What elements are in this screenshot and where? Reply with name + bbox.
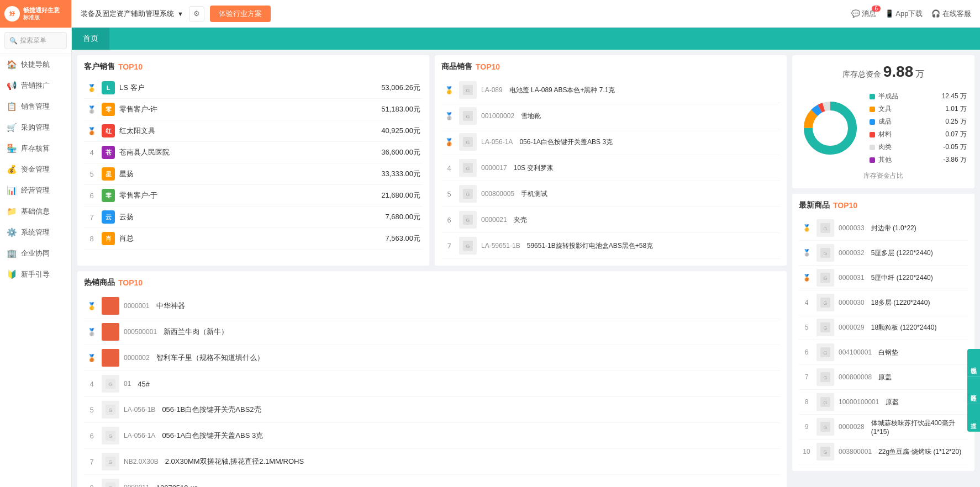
ranking-item[interactable]: 5 星 星扬 33,333.00元 — [84, 163, 423, 185]
float-btn-live[interactable]: 直播 — [967, 404, 980, 432]
hot-product-item[interactable]: 5 G LA-056-1B 056-1B白色按键开关壳ABS2壳 — [84, 397, 780, 423]
float-btn-service[interactable]: 客服热线 — [967, 349, 980, 377]
product-ranking-item[interactable]: 7 G LA-59651-1B 59651-1B旋转投影灯电池盒ABS黑色+58… — [441, 233, 780, 259]
avatar: 苍 — [102, 146, 115, 159]
ranking-item[interactable]: 🥉 红 红太阳文具 40,925.00元 — [84, 120, 423, 142]
basic-icon: 📁 — [7, 207, 17, 216]
marketing-icon: 📢 — [7, 81, 17, 91]
sidebar-item-shortcuts[interactable]: 🏠 快捷导航 — [0, 54, 71, 75]
product-code: LA-056-1A — [481, 138, 513, 146]
product-code: 000800005 — [481, 190, 514, 198]
product-name: 体城蒜枝味苏打饮品400毫升 (1*15) — [871, 419, 966, 436]
legend-color — [870, 119, 875, 125]
hot-products-title: 热销商品 TOP10 — [84, 278, 780, 288]
product-ranking-item[interactable]: 5 G 000800005 手机测试 — [441, 181, 780, 207]
svg-text:G: G — [823, 375, 827, 380]
rank-number: 7 — [444, 242, 455, 250]
ranking-item[interactable]: 7 云 云扬 7,680.00元 — [84, 207, 423, 228]
sidebar-item-sales[interactable]: 📋 销售管理 — [0, 96, 71, 117]
legend-value: 1.01 万 — [945, 104, 967, 114]
settings-button[interactable]: ⚙ — [189, 6, 204, 22]
purchase-icon: 🛒 — [7, 123, 17, 133]
product-code: 0000011 — [124, 484, 150, 487]
rank-number: 7 — [801, 373, 812, 381]
legend-color — [870, 145, 875, 150]
avatar: 肖 — [102, 232, 115, 245]
product-code: LA-056-1B — [124, 406, 155, 414]
product-ranking-item[interactable]: 4 G 0000017 10S 变利罗浆 — [441, 155, 780, 181]
svg-text:G: G — [466, 244, 470, 249]
product-image-placeholder: G — [102, 401, 119, 419]
ranking-item[interactable]: 4 苍 苍南县人民医院 36,600.00元 — [84, 142, 423, 163]
app-download-button[interactable]: 📱 App下载 — [885, 9, 923, 19]
product-ranking-item[interactable]: 🥉 G LA-056-1A 056-1A白色按键开关盖ABS 3克 — [441, 129, 780, 155]
newest-product-item[interactable]: 10 G 003800001 22g鱼豆腐-烧烤味 (1*12*20) — [799, 440, 968, 464]
rank-number: 8 — [801, 398, 812, 406]
search-menu-button[interactable]: 🔍 搜索菜单 — [4, 32, 67, 49]
sidebar-item-basic[interactable]: 📁 基础信息 — [0, 201, 71, 222]
sidebar-item-system[interactable]: ⚙️ 系统管理 — [0, 222, 71, 243]
product-name: 夹壳 — [514, 215, 527, 225]
newest-product-item[interactable]: 8 G 10000100001 原盔 — [799, 390, 968, 415]
newest-products-title: 最新商品 TOP10 — [799, 200, 968, 210]
legend-color — [870, 107, 875, 112]
hot-products-card: 热销商品 TOP10 🥇 0000001 中华神器 🥈 000500001 新西… — [77, 271, 787, 487]
logo-icon: 好 — [4, 6, 20, 22]
newest-product-item[interactable]: 4 G 0000030 18多层 (1220*2440) — [799, 290, 968, 315]
sidebar-search[interactable]: 🔍 搜索菜单 — [0, 28, 71, 54]
rank-number: 4 — [86, 149, 97, 157]
sidebar-item-operation[interactable]: 📊 经营管理 — [0, 180, 71, 201]
online-service-button[interactable]: 🎧 在线客服 — [931, 9, 971, 19]
product-code: LA-59651-1B — [481, 242, 520, 250]
customer-amount: 53,006.26元 — [381, 83, 420, 93]
newest-product-item[interactable]: 🥇 G 0000033 封边带 (1.0*22) — [799, 216, 968, 241]
ranking-item[interactable]: 6 零 零售客户-于 21,680.00元 — [84, 185, 423, 207]
hot-product-item[interactable]: 4 G 01 45# — [84, 371, 780, 397]
newest-product-item[interactable]: 🥉 G 0000031 5厘中纤 (1220*2440) — [799, 266, 968, 290]
newest-product-item[interactable]: 🥈 G 0000032 5厘多层 (1220*2440) — [799, 241, 968, 266]
legend-item: 成品 0.25 万 — [870, 117, 967, 126]
trial-button[interactable]: 体验行业方案 — [210, 6, 271, 22]
hot-product-item[interactable]: 7 G NB2.0X30B 2.0X30MM双搓花轴,搓花直径2.1MM/ROH… — [84, 449, 780, 475]
rank-number: 5 — [86, 170, 97, 178]
sidebar-item-marketing[interactable]: 📢 营销推广 — [0, 75, 71, 96]
newest-product-item[interactable]: 7 G 000800008 原盖 — [799, 365, 968, 390]
product-name: 056-1A白色按键开关盖ABS 3克 — [162, 431, 263, 441]
product-img-placeholder: G — [459, 211, 477, 229]
sidebar-item-finance[interactable]: 💰 资金管理 — [0, 159, 71, 180]
product-code: 0000017 — [481, 164, 507, 172]
product-code: 0000002 — [124, 354, 150, 362]
sidebar-item-corp[interactable]: 🏢 企业协同 — [0, 243, 71, 264]
ranking-item[interactable]: 🥇 L LS 客户 53,006.26元 — [84, 77, 423, 99]
legend-value: 12.45 万 — [942, 92, 967, 101]
product-ranking-item[interactable]: 🥇 G LA-089 电池盖 LA-089 ABS本色+黑种 7.1克 — [441, 77, 780, 103]
system-selector[interactable]: 装备及固定资产辅助管理系统 ▼ — [81, 9, 183, 19]
hot-product-item[interactable]: 8 G 0000011 12070519-xs — [84, 475, 780, 487]
message-button[interactable]: 💬 消息 6 — [851, 9, 877, 19]
hot-product-item[interactable]: 🥉 0000002 智利车子里（规格不知道填什么） — [84, 345, 780, 371]
sidebar-item-purchase[interactable]: 🛒 采购管理 — [0, 117, 71, 138]
inventory-icon: 🏪 — [7, 144, 17, 153]
inventory-card: 库存总资金 9.88 万 — [792, 55, 974, 188]
sidebar-item-inventory[interactable]: 🏪 库存核算 — [0, 138, 71, 159]
sidebar-item-guide[interactable]: 🔰 新手引导 — [0, 264, 71, 285]
rank-number: 6 — [801, 348, 812, 356]
ranking-item[interactable]: 8 肖 肖总 7,563.00元 — [84, 228, 423, 250]
product-img-placeholder: G — [459, 185, 477, 203]
sales-icon: 📋 — [7, 102, 17, 112]
product-code: 0000030 — [839, 299, 865, 306]
float-btn-community[interactable]: 服务社区 — [967, 377, 980, 404]
product-ranking-item[interactable]: 6 G 0000021 夹壳 — [441, 207, 780, 233]
product-ranking-item[interactable]: 🥈 G 001000002 雪地靴 — [441, 103, 780, 129]
hot-product-item[interactable]: 6 G LA-056-1A 056-1A白色按键开关盖ABS 3克 — [84, 423, 780, 449]
newest-product-item[interactable]: 5 G 0000029 18颗粒板 (1220*2440) — [799, 315, 968, 340]
ranking-item[interactable]: 🥈 零 零售客户-许 51,183.00元 — [84, 99, 423, 120]
hot-product-item[interactable]: 🥇 0000001 中华神器 — [84, 293, 780, 319]
newest-product-item[interactable]: 6 G 004100001 白钢垫 — [799, 340, 968, 365]
newest-product-item[interactable]: 9 G 0000028 体城蒜枝味苏打饮品400毫升 (1*15) — [799, 415, 968, 440]
logo: 好 畅捷通好生意 标准版 — [0, 0, 71, 28]
product-img: G — [816, 244, 834, 262]
svg-text:G: G — [466, 114, 470, 119]
hot-product-item[interactable]: 🥈 000500001 新西兰牛肉（新牛） — [84, 319, 780, 345]
tab-home[interactable]: 首页 — [72, 28, 109, 50]
